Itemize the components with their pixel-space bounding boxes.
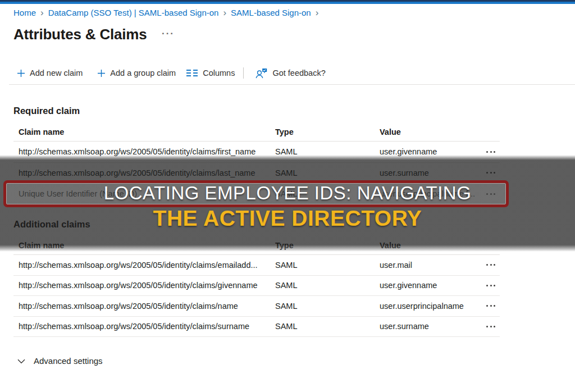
more-options-icon[interactable]: [482, 317, 500, 337]
table-row[interactable]: http://schemas.xmlsoap.org/ws/2005/05/id…: [13, 317, 500, 338]
column-header-claim-name: Claim name: [13, 127, 275, 136]
additional-claims-heading: Additional claims: [13, 219, 90, 230]
chevron-right-icon: ›: [311, 8, 323, 17]
columns-icon: [186, 69, 198, 77]
claim-value-cell: user.surname: [380, 168, 482, 177]
table-header-row: Claim name Type Value: [13, 236, 500, 255]
breadcrumb-home-link[interactable]: Home: [13, 8, 36, 17]
claim-name-cell: Unique User Identifier (Name ID): [13, 189, 275, 198]
claim-type-cell: SAML: [275, 322, 380, 331]
columns-button[interactable]: Columns: [186, 69, 235, 78]
more-options-icon[interactable]: [482, 296, 500, 316]
more-options-icon[interactable]: [482, 276, 500, 296]
claim-name-cell: http://schemas.xmlsoap.org/ws/2005/05/id…: [13, 147, 275, 156]
claim-name-cell: http://schemas.xmlsoap.org/ws/2005/05/id…: [13, 322, 275, 331]
breadcrumb-saml-link[interactable]: SAML-based Sign-on: [231, 8, 311, 17]
got-feedback-label: Got feedback?: [272, 69, 325, 78]
top-accent-bar: [0, 0, 575, 4]
attributes-claims-page: Home › DataCamp (SSO Test) | SAML-based …: [0, 0, 575, 392]
chevron-right-icon: ›: [36, 8, 48, 17]
table-row[interactable]: http://schemas.xmlsoap.org/ws/2005/05/id…: [13, 255, 500, 276]
claim-value-cell: user.givenname: [380, 281, 482, 290]
breadcrumb: Home › DataCamp (SSO Test) | SAML-based …: [13, 8, 323, 17]
chevron-right-icon: ›: [218, 8, 231, 17]
table-row[interactable]: http://schemas.xmlsoap.org/ws/2005/05/id…: [13, 142, 500, 163]
table-row[interactable]: http://schemas.xmlsoap.org/ws/2005/05/id…: [13, 276, 500, 297]
claim-value-cell: user.userprincipalname [...: [380, 189, 482, 198]
claim-type-cell: SAML: [275, 189, 380, 198]
toolbar-rule: [9, 84, 575, 85]
add-new-claim-button[interactable]: Add new claim: [17, 69, 83, 78]
got-feedback-button[interactable]: Got feedback?: [255, 68, 325, 79]
claim-type-cell: SAML: [275, 168, 380, 177]
claim-type-cell: SAML: [275, 281, 380, 290]
claim-value-cell: user.givenname: [380, 147, 482, 156]
claim-name-cell: http://schemas.xmlsoap.org/ws/2005/05/id…: [13, 281, 275, 290]
claim-type-cell: SAML: [275, 147, 380, 156]
claim-name-cell: http://schemas.xmlsoap.org/ws/2005/05/id…: [13, 302, 275, 311]
claim-type-cell: SAML: [275, 261, 380, 270]
table-header-row: Claim name Type Value: [13, 122, 500, 142]
table-row[interactable]: http://schemas.xmlsoap.org/ws/2005/05/id…: [13, 296, 500, 317]
columns-label: Columns: [203, 69, 235, 78]
required-claim-heading: Required claim: [13, 106, 80, 116]
more-options-icon[interactable]: [482, 184, 500, 204]
plus-icon: [97, 69, 106, 78]
claim-value-cell: user.mail: [380, 261, 482, 270]
table-row[interactable]: http://schemas.xmlsoap.org/ws/2005/05/id…: [13, 163, 500, 184]
more-options-icon[interactable]: [482, 163, 500, 184]
page-title: Attributes & Claims: [13, 26, 147, 43]
chevron-down-icon: [17, 356, 25, 366]
additional-claims-table: Claim name Type Value http://schemas.xml…: [13, 236, 500, 337]
claim-value-cell: user.userprincipalname: [380, 302, 482, 311]
add-new-claim-label: Add new claim: [30, 69, 83, 78]
claim-name-cell: http://schemas.xmlsoap.org/ws/2005/05/id…: [13, 168, 275, 177]
toolbar-divider: [243, 67, 244, 79]
claim-value-cell: user.surname: [380, 322, 482, 331]
column-header-value: Value: [380, 241, 482, 250]
column-header-claim-name: Claim name: [13, 241, 275, 250]
table-row-unique-user-identifier[interactable]: Unique User Identifier (Name ID) SAML us…: [13, 184, 500, 205]
plus-icon: [17, 69, 25, 78]
title-more-options-icon[interactable]: ···: [162, 28, 175, 39]
column-header-type: Type: [275, 241, 380, 250]
advanced-settings-toggle[interactable]: Advanced settings: [17, 356, 103, 366]
required-claims-table: Claim name Type Value http://schemas.xml…: [13, 122, 500, 205]
claim-name-cell: http://schemas.xmlsoap.org/ws/2005/05/id…: [13, 261, 275, 270]
toolbar: Add new claim Add a group claim Columns …: [17, 64, 326, 82]
add-group-claim-button[interactable]: Add a group claim: [97, 69, 176, 78]
feedback-icon: [255, 68, 268, 79]
column-header-value: Value: [380, 127, 482, 136]
claim-type-cell: SAML: [275, 302, 380, 311]
more-options-icon[interactable]: [482, 255, 500, 275]
advanced-settings-label: Advanced settings: [34, 356, 103, 366]
add-group-claim-label: Add a group claim: [110, 69, 176, 78]
breadcrumb-app-link[interactable]: DataCamp (SSO Test) | SAML-based Sign-on: [48, 8, 219, 17]
column-header-type: Type: [275, 127, 380, 136]
more-options-icon[interactable]: [482, 142, 500, 162]
